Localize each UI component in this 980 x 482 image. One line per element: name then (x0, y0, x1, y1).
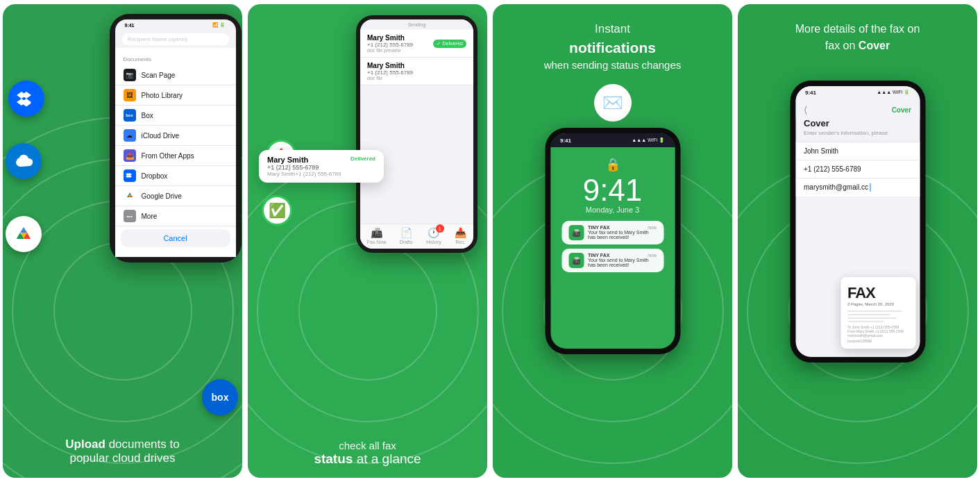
cover-email-text: marysmith@gmail.cc (804, 183, 868, 191)
fax-line-2 (847, 314, 890, 315)
notif-doc: Mary Smith+1 (212) 555-6789 (267, 171, 375, 177)
menu-item-gdrive[interactable]: Google Drive (115, 186, 236, 206)
tiny-fax-icon-2: 📠 (568, 253, 584, 268)
panel4-title-normal: More details of the fax on (752, 21, 963, 38)
onedrive-icon (6, 143, 42, 179)
lock-date: Monday, June 3 (561, 206, 664, 214)
box-icon: box (202, 379, 238, 415)
cover-field-phone[interactable]: +1 (212) 555-6789 (795, 160, 920, 178)
cover-field-email[interactable]: marysmith@gmail.cc (795, 178, 920, 197)
menu-item-photo[interactable]: 🖼 Photo Library (115, 85, 236, 106)
cursor (870, 183, 871, 192)
menu-header: Documents (115, 55, 236, 65)
cover-header: ⟨ Cover (795, 99, 920, 118)
panel3-title-bold: notifications (507, 38, 718, 58)
panel-1: box 9:41 📶 🔋 Recipient Name (option) Doc… (3, 4, 242, 478)
fax-line-4 (847, 321, 884, 322)
dropbox-icon (8, 81, 44, 117)
panel4-title-bold: Cover (859, 40, 890, 51)
fax-item-2-phone: +1 (212) 555-6789 (367, 69, 466, 76)
panel-3: Instant notifications when sending statu… (493, 4, 732, 478)
google-drive-icon (6, 216, 42, 252)
notification-card: Delivered Mary Smith +1 (212) 555-6789 M… (259, 150, 384, 183)
back-icon[interactable]: ⟨ (804, 104, 807, 115)
fax-tab-bar: 📠 Fax Now 📄 Drafts 🕐 1 History 📥 R (360, 224, 473, 249)
menu-item-dropbox[interactable]: Dropbox (115, 166, 236, 186)
fax-email-field: marysmith@gmail.com (847, 333, 909, 338)
fax-item-2: Mary Smith +1 (212) 555-6789 doc file (360, 58, 473, 85)
panel3-title-normal: Instant (507, 21, 718, 38)
notif-msg-1: Your fax send to Mary Smith has been rec… (588, 230, 657, 240)
phone4-time: 9:41 (805, 90, 816, 96)
fax-item-2-doc: doc file (367, 76, 466, 81)
phone-mockup-3: 9:41 ▲▲▲ WiFi 🔋 🔒 9:41 Monday, June 3 📠 … (545, 128, 680, 354)
tab-drafts[interactable]: 📄 Drafts (400, 227, 413, 244)
notif-app-1: TINY FAX (588, 225, 609, 230)
caption-upload-rest: documents to (109, 438, 180, 451)
fax-doc-subtitle: 2 Pages, March 20, 2020 (847, 302, 909, 306)
fax-invoice: Invoice#128560 (847, 339, 909, 343)
cover-title: Cover (795, 118, 920, 130)
done-button[interactable]: Cover (892, 106, 911, 114)
menu-item-scan-label: Scan Page (142, 72, 176, 79)
menu-item-box[interactable]: box Box (115, 106, 236, 126)
cover-field-name[interactable]: John Smith (795, 142, 920, 160)
menu-item-other-apps-label: From Other Apps (142, 152, 194, 160)
menu-item-box-label: Box (142, 112, 153, 119)
notif-app-2: TINY FAX (588, 253, 609, 258)
menu-item-scan[interactable]: 📷 Scan Page (115, 65, 236, 85)
menu-item-icloud-label: iCloud Drive (142, 132, 179, 140)
cover-name-value: John Smith (804, 147, 911, 155)
fax-line-1 (847, 310, 902, 312)
panel-1-caption: Upload documents to popular cloud drives (3, 438, 242, 465)
menu-item-dropbox-label: Dropbox (142, 172, 168, 180)
fax-item-2-name: Mary Smith (367, 62, 466, 69)
menu-item-photo-label: Photo Library (142, 92, 183, 99)
cover-subtitle: Enter sender's information, please (795, 130, 920, 142)
fax-line-3 (847, 317, 896, 319)
tab-receive[interactable]: 📥 Rec. (455, 227, 466, 244)
lock-icon: 🔒 (561, 157, 664, 172)
menu-item-other-apps[interactable]: 📤 From Other Apps (115, 146, 236, 166)
phone-mockup-1: 9:41 📶 🔋 Recipient Name (option) Documen… (110, 14, 242, 263)
panel-2: Sending Mary Smith +1 (212) 555-6789 doc… (248, 4, 487, 478)
envelope-icon: ✉️ (594, 84, 632, 122)
phone4-screen: 9:41 ▲▲▲ WiFi 🔋 ⟨ Cover Cover Enter send… (795, 86, 920, 357)
menu-item-gdrive-label: Google Drive (142, 192, 182, 200)
cover-email-value: marysmith@gmail.cc (804, 183, 911, 192)
phone3-signal: ▲▲▲ WiFi 🔋 (632, 138, 665, 143)
cancel-button[interactable]: Cancel (121, 229, 230, 247)
phone4-signal: ▲▲▲ WiFi 🔋 (877, 90, 910, 95)
notif-content-1: TINY FAX now Your fax send to Mary Smith… (588, 225, 657, 240)
fax-doc-title: FAX (847, 284, 909, 302)
caption-popular: popular cloud drives (69, 451, 175, 465)
notif-phone: +1 (212) 555-6789 (267, 164, 375, 171)
phone-mockup-2: Sending Mary Smith +1 (212) 555-6789 doc… (356, 15, 478, 253)
panel-4: More details of the fax on fax on Cover … (738, 4, 977, 478)
menu-item-icloud[interactable]: ☁ iCloud Drive (115, 126, 236, 146)
lock-screen: 🔒 9:41 Monday, June 3 📠 TINY FAX now You… (550, 147, 675, 286)
notif-delivered-label: Delivered (350, 156, 375, 162)
fax-item-1: Mary Smith +1 (212) 555-6789 doc file pr… (360, 30, 473, 58)
notif-msg-2: Your fax send to Mary Smith has been rec… (588, 258, 657, 267)
tab-fax-now[interactable]: 📠 Fax Now (367, 227, 387, 244)
cover-phone-value: +1 (212) 555-6789 (804, 165, 911, 173)
check-status-icon: ✅ (262, 195, 292, 226)
phone3-screen: 9:41 ▲▲▲ WiFi 🔋 🔒 9:41 Monday, June 3 📠 … (550, 133, 675, 349)
notif-content-2: TINY FAX now Your fax send to Mary Smith… (588, 253, 657, 267)
tiny-fax-icon-1: 📠 (568, 225, 584, 240)
panel3-title-rest: when sending status changes (507, 58, 718, 72)
panel-4-title: More details of the fax on fax on Cover (738, 21, 977, 54)
fax-item-1-name: Mary Smith (367, 34, 413, 42)
lock-notification-1: 📠 TINY FAX now Your fax send to Mary Smi… (561, 221, 664, 244)
phone-mockup-4: 9:41 ▲▲▲ WiFi 🔋 ⟨ Cover Cover Enter send… (790, 81, 925, 363)
menu-item-more-label: More (142, 213, 158, 220)
fax-item-1-phone: +1 (212) 555-6789 (367, 42, 413, 48)
notif-time-1: now (648, 225, 657, 230)
menu-item-more[interactable]: ••• More (115, 206, 236, 226)
delivered-badge-1: ✓ Delivered (433, 40, 466, 48)
panel-2-caption: check all fax status at a glance (248, 440, 487, 467)
history-badge: 1 (436, 224, 444, 233)
tab-history[interactable]: 🕐 1 History (426, 227, 441, 244)
fax-status-header: Sending (360, 19, 473, 30)
